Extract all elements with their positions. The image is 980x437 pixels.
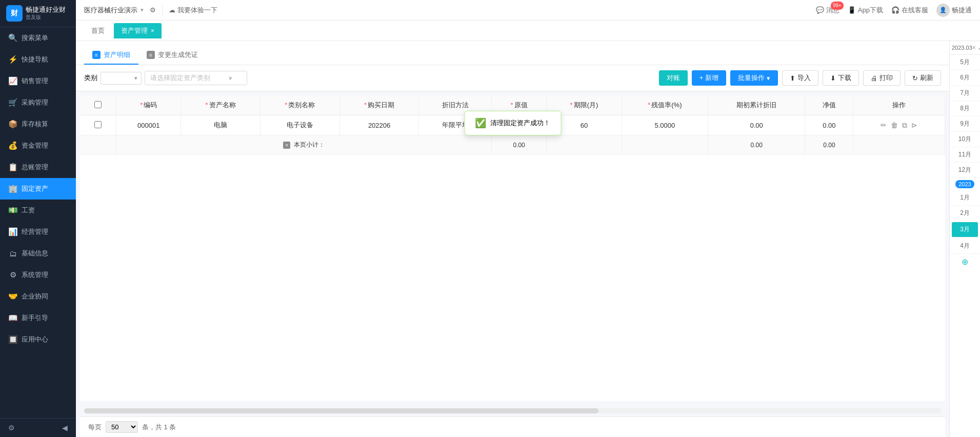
timeline-year-2023[interactable]: 2023 — [950, 178, 980, 190]
tab-close-icon[interactable]: × — [151, 27, 154, 34]
reconcile-button[interactable]: 对账 — [659, 70, 688, 86]
category-select[interactable] — [101, 72, 142, 85]
sidebar-item-collab[interactable]: 🤝 企业协同 — [0, 286, 76, 307]
message-btn[interactable]: 💬 消息 99+ — [816, 6, 839, 15]
tab-home[interactable]: 首页 — [84, 23, 112, 38]
timeline-close-icon[interactable]: × — [972, 44, 976, 51]
subtotal-icon: ≡ — [283, 142, 290, 149]
experience-btn[interactable]: ☁ 我要体验一下 — [169, 6, 217, 15]
timeline-month-11-label: 11月 — [958, 151, 971, 158]
sidebar-label-guide: 新手引导 — [22, 313, 48, 323]
download-icon: ⬇ — [830, 74, 836, 82]
category-placeholder: 请选择固定资产类别 — [150, 73, 210, 83]
sidebar-item-ledger[interactable]: 📋 总账管理 — [0, 156, 76, 178]
timeline-month-7[interactable]: 7月 — [950, 86, 980, 101]
collab-icon: 🤝 — [8, 292, 17, 301]
subtotal-row: ≡ 本页小计： 0.00 0.00 0.00 — [80, 135, 945, 155]
delete-icon[interactable]: 🗑 — [891, 121, 898, 130]
download-button[interactable]: ⬇ 下载 — [823, 70, 859, 86]
sidebar-item-purchase[interactable]: 🛒 采购管理 — [0, 92, 76, 113]
timeline-month-9[interactable]: 9月 — [950, 116, 980, 132]
app-download-label: App下载 — [858, 6, 883, 15]
required-star: * — [511, 101, 513, 109]
quick-nav-icon: ⚡ — [8, 55, 17, 64]
company-selector[interactable]: 医疗器械行业演示 ▾ — [84, 6, 144, 15]
td-net-value: 0.00 — [805, 115, 853, 135]
table-footer: 每页 50 条，共 1 条 — [80, 416, 945, 437]
timeline-month-1[interactable]: 1月 — [950, 190, 980, 206]
sidebar-label-operations: 经营管理 — [22, 227, 48, 236]
more-icon[interactable]: ⊳ — [911, 121, 917, 130]
timeline-down-btn[interactable]: ⊕ — [950, 254, 980, 270]
sub-tab-asset-detail[interactable]: ≡ 资产明细 — [84, 46, 138, 65]
th-code: *编码 — [116, 95, 181, 115]
timeline-month-2[interactable]: 2月 — [950, 206, 980, 221]
row-checkbox[interactable] — [94, 121, 102, 128]
sidebar-item-basics[interactable]: 🗂 基础信息 — [0, 243, 76, 264]
tab-asset-mgmt[interactable]: 资产管理 × — [114, 23, 162, 38]
timeline-year-badge[interactable]: 2023 — [955, 180, 974, 188]
sidebar-item-funds[interactable]: 💰 资金管理 — [0, 135, 76, 156]
success-toast: ✅ 清理固定资产成功！ — [464, 111, 561, 135]
import-label: 导入 — [797, 73, 811, 83]
refresh-button[interactable]: ↻ 刷新 — [905, 70, 941, 86]
copy-icon[interactable]: ⧉ — [902, 121, 907, 130]
timeline-month-10[interactable]: 10月 — [950, 132, 980, 147]
sidebar-item-operations[interactable]: 📊 经营管理 — [0, 221, 76, 243]
sidebar-item-search[interactable]: 🔍 搜索菜单 — [0, 27, 76, 49]
required-star: * — [140, 101, 143, 109]
settings-icon[interactable]: ⚙ — [8, 424, 15, 432]
experience-label: 我要体验一下 — [177, 6, 217, 15]
sidebar-item-system[interactable]: ⚙ 系统管理 — [0, 264, 76, 286]
import-icon: ⬆ — [790, 74, 795, 82]
select-all-checkbox[interactable] — [94, 101, 102, 108]
ledger-icon: 📋 — [8, 163, 17, 172]
edit-icon[interactable]: ✏ — [881, 121, 887, 130]
timeline-month-12[interactable]: 12月 — [950, 163, 980, 178]
logo-text: 畅捷通好业财 — [26, 6, 66, 14]
online-service-btn[interactable]: 🎧 在线客服 — [891, 6, 928, 15]
timeline-month-3[interactable]: 3月 — [952, 222, 978, 237]
sidebar-item-quick-nav[interactable]: ⚡ 快捷导航 — [0, 49, 76, 70]
timeline-month-4[interactable]: 4月 — [950, 239, 980, 254]
th-checkbox — [80, 95, 116, 115]
timeline-month-6[interactable]: 6月 — [950, 70, 980, 86]
service-label: 在线客服 — [902, 6, 928, 15]
timeline-down-icon[interactable]: ⊕ — [962, 257, 968, 267]
td-subtotal-original: 0.00 — [492, 135, 547, 155]
timeline-month-8[interactable]: 8月 — [950, 101, 980, 116]
timeline-month-11[interactable]: 11月 — [950, 147, 980, 163]
category-input[interactable]: 请选择固定资产类别 ▾ — [145, 71, 247, 85]
sidebar-item-inventory[interactable]: 📦 库存核算 — [0, 113, 76, 135]
category-select-wrapper — [101, 72, 142, 85]
basics-icon: 🗂 — [8, 249, 17, 258]
sub-tab-generate-voucher[interactable]: ≡ 变更生成凭证 — [138, 46, 206, 65]
print-button[interactable]: 🖨 打印 — [863, 70, 901, 86]
company-chevron-icon: ▾ — [141, 7, 144, 13]
import-button[interactable]: ⬆ 导入 — [782, 70, 818, 86]
user-avatar-btn[interactable]: 👤 畅捷通 — [936, 4, 972, 17]
sidebar-label-fixed-assets: 固定资产 — [22, 184, 48, 193]
download-label: 下载 — [838, 73, 851, 83]
sidebar-item-sales[interactable]: 📈 销售管理 — [0, 70, 76, 92]
new-button[interactable]: + 新增 — [692, 70, 726, 86]
sidebar-item-fixed-assets[interactable]: 🏢 固定资产 — [0, 178, 76, 200]
sidebar-item-guide[interactable]: 📖 新手引导 — [0, 307, 76, 329]
timeline-month-5[interactable]: 5月 — [950, 55, 980, 70]
app-download-btn[interactable]: 📱 App下载 — [848, 6, 883, 15]
message-badge: 99+ — [831, 2, 844, 10]
batch-ops-button[interactable]: 批量操作 ▾ — [730, 70, 778, 86]
h-scrollbar-thumb[interactable] — [84, 408, 598, 413]
collapse-icon[interactable]: ◀ — [62, 424, 68, 432]
th-initial-accum: 期初累计折旧 — [708, 95, 805, 115]
per-page-select[interactable]: 50 — [106, 421, 138, 433]
sidebar-item-wages[interactable]: 💵 工资 — [0, 200, 76, 221]
timeline-expand-icon[interactable]: ⤢ — [978, 44, 980, 51]
settings-gear-icon[interactable]: ⚙ — [150, 6, 156, 14]
search-icon: 🔍 — [8, 33, 17, 43]
company-name: 医疗器械行业演示 — [84, 6, 137, 15]
timeline-month-7-label: 7月 — [960, 89, 970, 96]
h-scrollbar[interactable] — [84, 408, 941, 413]
timeline-scroll[interactable]: 5月 6月 7月 8月 9月 10月 11月 — [950, 55, 980, 437]
sidebar-item-app-center[interactable]: 🔲 应用中心 — [0, 329, 76, 350]
